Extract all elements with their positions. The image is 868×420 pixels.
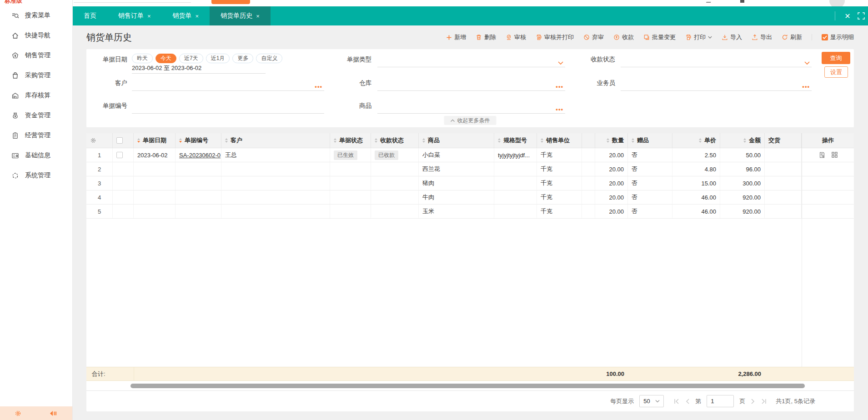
chip-yesterday[interactable]: 昨天 xyxy=(132,54,153,63)
column-header-product[interactable]: 商品 xyxy=(419,133,494,148)
sidebar-item-label: 系统管理 xyxy=(25,171,50,180)
collapse-filters-button[interactable]: 收起更多条件 xyxy=(444,116,497,125)
table-row[interactable]: 4牛肉千克20.00否46.00920.00 xyxy=(86,190,854,205)
receive-payment-button[interactable]: 收款 xyxy=(613,33,634,41)
collapse-sidebar-icon[interactable] xyxy=(50,410,57,416)
ellipsis-picker-icon[interactable]: ••• xyxy=(556,85,563,89)
cell-customer: 王总 xyxy=(221,148,330,162)
row-checkbox[interactable] xyxy=(116,152,123,158)
close-tab-icon[interactable]: × xyxy=(196,13,199,20)
sort-carets-icon[interactable] xyxy=(498,138,501,143)
salesman-input[interactable]: ••• xyxy=(621,75,812,91)
sidebar-item-purchase[interactable]: 采购管理 xyxy=(0,65,72,85)
sort-carets-icon[interactable] xyxy=(225,138,228,143)
date-range-input[interactable]: 2023-06-02 至 2023-06-02 xyxy=(132,64,266,74)
tab-sales-bill-history[interactable]: 销货单历史 × xyxy=(210,6,271,25)
last-page-icon[interactable] xyxy=(761,399,767,404)
sort-carets-icon[interactable] xyxy=(607,138,609,143)
warehouse-input[interactable]: ••• xyxy=(377,75,565,91)
batch-change-button[interactable]: 批量变更 xyxy=(643,33,676,41)
table-row[interactable]: 3猪肉千克20.00否15.00300.00 xyxy=(86,176,854,190)
sidebar-item-sales[interactable]: 销售管理 xyxy=(0,45,72,65)
chip-custom[interactable]: 自定义 xyxy=(256,54,282,63)
doc-no-input[interactable] xyxy=(132,98,324,114)
import-button[interactable]: 导入 xyxy=(722,33,742,41)
sort-carets-icon[interactable] xyxy=(541,138,543,143)
show-detail-toggle[interactable]: 显示明细 xyxy=(822,33,854,41)
column-header-pay_status[interactable]: 收款状态 xyxy=(371,133,419,148)
sidebar-item-quick-nav[interactable]: 快捷导航 xyxy=(0,25,72,45)
sort-carets-icon[interactable] xyxy=(743,138,746,143)
tab-sales-order[interactable]: 销售订单 × xyxy=(107,6,162,25)
settings-button[interactable]: 设置 xyxy=(824,66,848,78)
scrollbar-thumb[interactable] xyxy=(130,384,805,388)
chip-last-month[interactable]: 近1月 xyxy=(206,54,230,63)
audit-print-button[interactable]: 审核并打印 xyxy=(536,33,574,41)
export-button[interactable]: 导出 xyxy=(752,33,772,41)
chip-today[interactable]: 今天 xyxy=(156,54,176,63)
column-header-doc_no[interactable]: 单据编号 xyxy=(176,133,221,148)
sidebar-item-basic-info[interactable]: 基础信息 xyxy=(0,145,72,165)
close-tab-icon[interactable]: × xyxy=(256,13,260,20)
column-header-price[interactable]: 单价 xyxy=(672,133,720,148)
column-header-doc_status[interactable]: 单据状态 xyxy=(330,133,371,148)
grid-icon[interactable] xyxy=(832,152,838,158)
sidebar-item-search-menu[interactable]: 搜索菜单 xyxy=(0,5,72,25)
table-row[interactable]: 5玉米千克20.00否46.00920.00 xyxy=(86,205,854,219)
sort-carets-icon[interactable] xyxy=(179,138,182,143)
column-header-gift[interactable]: 赠品 xyxy=(628,133,672,148)
gear-icon[interactable] xyxy=(90,137,96,144)
delete-button[interactable]: 删除 xyxy=(476,33,496,41)
column-header-spec[interactable]: 规格型号 xyxy=(494,133,537,148)
sort-carets-icon[interactable] xyxy=(334,138,336,143)
column-header-qty[interactable]: 数量 xyxy=(595,133,628,148)
sort-carets-icon[interactable] xyxy=(699,138,702,143)
receipt-status-select[interactable] xyxy=(621,54,812,67)
page-number-input[interactable] xyxy=(707,395,734,407)
add-button[interactable]: 新增 xyxy=(446,33,466,41)
select-all-checkbox[interactable] xyxy=(116,137,123,144)
sort-carets-icon[interactable] xyxy=(375,138,377,143)
sales-shield-icon xyxy=(11,52,19,60)
doc-type-select[interactable] xyxy=(377,54,565,67)
refresh-button[interactable]: 刷新 xyxy=(782,33,802,41)
sort-carets-icon[interactable] xyxy=(422,138,425,143)
close-icon[interactable]: ✕ xyxy=(841,12,854,20)
product-input[interactable]: ••• xyxy=(377,98,565,114)
customer-input[interactable]: ••• xyxy=(132,75,324,91)
fullscreen-icon[interactable] xyxy=(854,12,868,20)
audit-button[interactable]: 审核 xyxy=(506,33,526,41)
doc-no-link[interactable]: SA-20230602-0 xyxy=(179,152,221,159)
table-row[interactable]: 12023-06-02SA-20230602-0王总已生效已收款小白菜tyjyj… xyxy=(86,148,854,162)
next-page-icon[interactable] xyxy=(751,399,755,404)
ellipsis-picker-icon[interactable]: ••• xyxy=(315,85,322,89)
first-page-icon[interactable] xyxy=(674,399,680,404)
sort-carets-icon[interactable] xyxy=(632,138,634,143)
chip-more[interactable]: 更多 xyxy=(232,54,253,63)
column-header-customer[interactable]: 客户 xyxy=(221,133,330,148)
chrome-orange-button-fragment[interactable] xyxy=(211,0,250,4)
column-header-unit[interactable]: 销售单位 xyxy=(537,133,582,148)
sidebar-item-inventory[interactable]: 库存核算 xyxy=(0,85,72,105)
ellipsis-picker-icon[interactable]: ••• xyxy=(802,85,810,89)
prev-page-icon[interactable] xyxy=(685,399,690,404)
query-button[interactable]: 查询 xyxy=(822,52,850,64)
close-tab-icon[interactable]: × xyxy=(147,13,151,20)
chip-last7days[interactable]: 近7天 xyxy=(179,54,203,63)
column-header-date[interactable]: 单据日期 xyxy=(134,133,176,148)
doc-preview-icon[interactable] xyxy=(819,152,825,158)
sidebar-item-funds[interactable]: 资金管理 xyxy=(0,105,72,125)
sidebar-item-label: 经营管理 xyxy=(25,131,50,140)
gear-icon[interactable] xyxy=(15,410,21,417)
sort-carets-icon[interactable] xyxy=(137,138,140,143)
discard-audit-button[interactable]: 弃审 xyxy=(583,33,604,41)
column-header-amount[interactable]: 金额 xyxy=(720,133,765,148)
ellipsis-picker-icon[interactable]: ••• xyxy=(556,108,563,111)
tab-sales-bill[interactable]: 销货单 × xyxy=(162,6,210,25)
table-row[interactable]: 2西兰花千克20.00否4.8096.00 xyxy=(86,162,854,176)
per-page-select[interactable]: 50 xyxy=(639,395,664,407)
sidebar-item-operations[interactable]: 经营管理 xyxy=(0,125,72,145)
tab-home[interactable]: 首页 xyxy=(73,6,107,25)
sidebar-item-system[interactable]: 系统管理 xyxy=(0,165,72,185)
print-button[interactable]: 打印 xyxy=(685,33,712,41)
